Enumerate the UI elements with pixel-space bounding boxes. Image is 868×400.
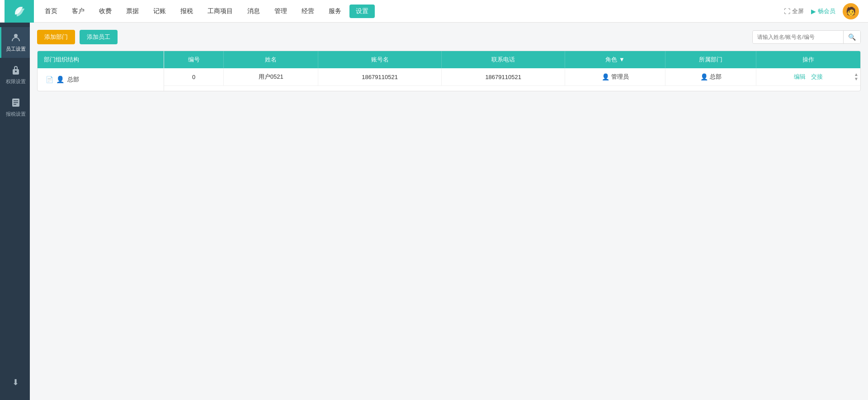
col-phone: 联系电话 [442, 51, 565, 68]
sidebar-bottom: ⬇ [0, 372, 30, 400]
col-role[interactable]: 角色 ▼ [565, 51, 665, 68]
dept-cell-icon: 👤 [700, 73, 708, 80]
nav-billing[interactable]: 收费 [93, 5, 118, 18]
nav-service[interactable]: 服务 [322, 5, 348, 18]
dept-tree-item-general[interactable]: 📄 👤 总部 [42, 73, 159, 86]
fullscreen-button[interactable]: ⛶ 全屏 [784, 7, 804, 15]
add-dept-button[interactable]: 添加部门 [37, 30, 75, 44]
dept-panel: 部门组织结构 📄 👤 总部 [38, 51, 164, 91]
top-nav-right: ⛶ 全屏 ▶ 畅会员 🧑 [784, 3, 859, 19]
search-input[interactable] [753, 31, 843, 43]
col-dept: 所属部门 [665, 51, 756, 68]
top-nav: 首页 客户 收费 票据 记账 报税 工商项目 消息 管理 经营 服务 设置 ⛶ … [0, 0, 868, 23]
cell-phone: 18679110521 [442, 68, 565, 86]
nav-message[interactable]: 消息 [241, 5, 266, 18]
sidebar-item-permission[interactable]: 权限设置 [0, 60, 30, 90]
dept-cell-name: 总部 [710, 73, 722, 81]
employee-panel: 编号 姓名 账号名 联系电话 角 [164, 51, 860, 91]
main-content: 添加部门 添加员工 🔍 部门组织结构 📄 👤 总部 [30, 23, 868, 400]
table-row: 0 用户0521 18679110521 18679110521 👤 管理员 [164, 68, 860, 86]
sidebar-download[interactable]: ⬇ [0, 372, 30, 393]
svg-point-0 [14, 34, 18, 38]
cell-id: 0 [164, 68, 224, 86]
vip-icon: ▶ [811, 8, 816, 15]
col-actions: 操作 [756, 51, 860, 68]
edit-button[interactable]: 编辑 [794, 73, 806, 80]
employee-table: 编号 姓名 账号名 联系电话 角 [164, 51, 860, 86]
nav-operation[interactable]: 经营 [295, 5, 321, 18]
col-account: 账号名 [318, 51, 442, 68]
sidebar: 员工设置 权限设置 报税设置 [0, 23, 30, 400]
role-icon: 👤 [602, 73, 609, 80]
cell-actions: 编辑 交接 ▲ ▼ [756, 68, 860, 86]
download-icon: ⬇ [12, 377, 19, 387]
nav-home[interactable]: 首页 [38, 5, 64, 18]
layout: 员工设置 权限设置 报税设置 [0, 23, 868, 400]
add-employee-button[interactable]: 添加员工 [80, 30, 118, 44]
cell-dept: 👤 总部 [665, 68, 756, 86]
table-header-row: 编号 姓名 账号名 联系电话 角 [164, 51, 860, 68]
dept-panel-title: 部门组织结构 [44, 56, 79, 63]
logo[interactable] [5, 0, 34, 23]
col-id: 编号 [164, 51, 224, 68]
fullscreen-label: 全屏 [792, 7, 804, 15]
dept-panel-header: 部门组织结构 [38, 51, 164, 68]
sidebar-taxsettings-label: 报税设置 [6, 111, 26, 118]
taxsettings-icon [11, 98, 20, 109]
cell-account: 18679110521 [318, 68, 442, 86]
dept-tree: 📄 👤 总部 [38, 68, 164, 91]
sidebar-permission-label: 权限设置 [6, 78, 26, 85]
svg-point-2 [15, 71, 17, 72]
nav-manage[interactable]: 管理 [268, 5, 293, 18]
nav-invoice[interactable]: 票据 [120, 5, 145, 18]
col-name: 姓名 [224, 51, 318, 68]
transfer-button[interactable]: 交接 [811, 73, 823, 80]
file-icon: 📄 [46, 76, 53, 83]
action-bar: 添加部门 添加员工 🔍 [37, 30, 861, 44]
cell-name: 用户0521 [224, 68, 318, 86]
dept-name: 总部 [67, 75, 79, 84]
scroll-arrows: ▲ ▼ [854, 68, 860, 85]
search-area: 🔍 [752, 30, 861, 44]
nav-customer[interactable]: 客户 [66, 5, 91, 18]
cell-role: 👤 管理员 [565, 68, 665, 86]
nav-tax[interactable]: 报税 [174, 5, 199, 18]
vip-button[interactable]: ▶ 畅会员 [811, 7, 835, 15]
employee-icon [11, 33, 21, 44]
role-name: 管理员 [611, 73, 629, 81]
permission-icon [11, 65, 20, 76]
sidebar-employee-label: 员工设置 [6, 46, 26, 52]
vip-label: 畅会员 [818, 7, 835, 15]
nav-accounting[interactable]: 记账 [147, 5, 172, 18]
arrow-down-icon[interactable]: ▼ [854, 77, 859, 81]
fullscreen-icon: ⛶ [784, 8, 790, 15]
search-button[interactable]: 🔍 [843, 31, 860, 43]
dept-user-icon: 👤 [56, 75, 65, 84]
search-icon: 🔍 [848, 33, 856, 41]
content-panels: 部门组织结构 📄 👤 总部 编号 [37, 51, 861, 91]
nav-commerce[interactable]: 工商项目 [201, 5, 239, 18]
sidebar-item-taxsettings[interactable]: 报税设置 [0, 92, 30, 123]
sidebar-item-employee[interactable]: 员工设置 [0, 27, 30, 58]
nav-items: 首页 客户 收费 票据 记账 报税 工商项目 消息 管理 经营 服务 设置 [38, 5, 784, 18]
avatar[interactable]: 🧑 [843, 3, 859, 19]
nav-settings[interactable]: 设置 [349, 5, 375, 18]
